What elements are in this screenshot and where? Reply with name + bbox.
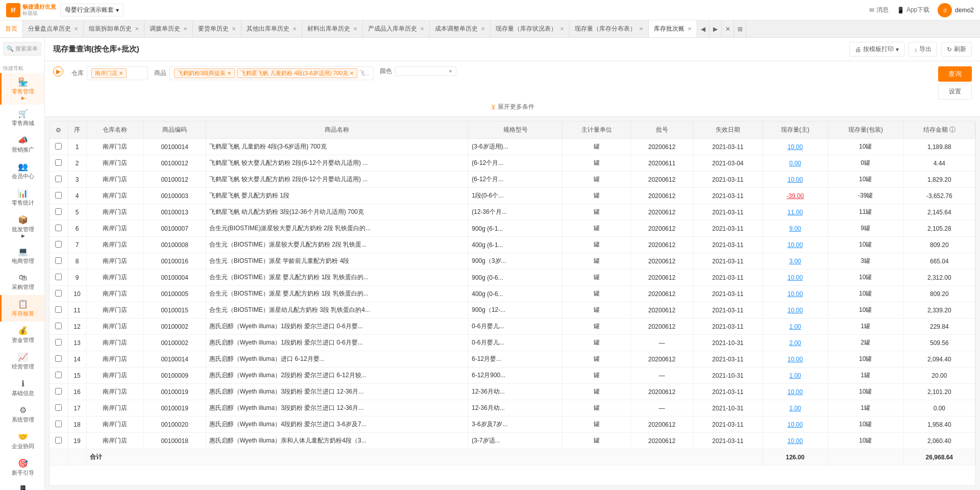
row-checkbox-17[interactable] (50, 416, 68, 433)
tab-cheng-ben-close-icon[interactable]: ✕ (481, 26, 485, 32)
row-checkbox-5[interactable] (50, 220, 68, 237)
refresh-button[interactable]: ↻ 刷新 (941, 42, 972, 57)
tab-yao-huo[interactable]: 要货单历史 ✕ (193, 20, 241, 38)
filter-expand-toggle[interactable]: ▶ (53, 66, 63, 77)
export-button[interactable]: ↓ 导出 (909, 42, 937, 57)
sidebar-item-member[interactable]: 👥 会员中心 (0, 158, 44, 184)
sidebar-item-operation[interactable]: 📈 经营管理 (0, 348, 44, 375)
row-stock-main-6[interactable]: 10.00 (763, 237, 827, 253)
row-stock-main-7[interactable]: 3.00 (763, 253, 827, 270)
warehouse-tag-container[interactable]: 南岸门店 ✕ (87, 66, 148, 80)
row-stock-main-11[interactable]: 1.00 (763, 318, 827, 335)
filter-expand-more[interactable]: ⊻ 展开更多条件 (53, 103, 972, 111)
row-stock-main-1[interactable]: 0.00 (763, 155, 827, 172)
row-stock-main-15[interactable]: 10.00 (763, 384, 827, 400)
org-selector[interactable]: 母婴行业演示账套 ▾ (60, 4, 124, 16)
tab-xian-cun-zhuang-close-icon[interactable]: ✕ (560, 26, 564, 32)
row-checkbox-16[interactable] (50, 400, 68, 416)
settings-icon[interactable]: ⚙ (56, 127, 61, 134)
tab-chan-pin-ru-close-icon[interactable]: ✕ (420, 26, 424, 32)
row-stock-main-5[interactable]: 9.00 (763, 220, 827, 237)
tab-xian-cun-zhuang[interactable]: 现存量（库存状况表） ✕ (491, 20, 570, 38)
sidebar-item-finance[interactable]: 💰 资金管理 (0, 322, 44, 348)
sidebar-item-marketing[interactable]: 📣 营销推广 (0, 131, 44, 158)
row-stock-main-17[interactable]: 10.00 (763, 416, 827, 433)
row-checkbox-8[interactable] (50, 270, 68, 286)
tab-fen-pan-close-icon[interactable]: ✕ (74, 26, 78, 32)
template-print-button[interactable]: 🖨 按模板打印 ▾ (849, 42, 904, 57)
sidebar-item-retail-mgmt[interactable]: 🏪 零售管理 ▶ (0, 73, 44, 105)
row-checkbox-14[interactable] (50, 368, 68, 384)
search-menu-button[interactable]: 🔍 搜索菜单 (3, 42, 41, 56)
product-tag-0-close-icon[interactable]: ✕ (227, 70, 231, 76)
row-checkbox-9[interactable] (50, 286, 68, 302)
sidebar-item-inventory[interactable]: 📋 库存核算 (0, 295, 44, 322)
row-checkbox-1[interactable] (50, 155, 68, 172)
row-checkbox-10[interactable] (50, 302, 68, 318)
row-stock-main-12[interactable]: 2.00 (763, 335, 827, 351)
tab-nav-next[interactable]: ▶ (709, 20, 722, 38)
tab-qi-ta-chu[interactable]: 其他出库单历史 ✕ (241, 20, 302, 38)
sidebar-item-ecommerce[interactable]: 💻 电商管理 (0, 242, 44, 269)
tab-diao-bo[interactable]: 调拨单历史 ✕ (144, 20, 193, 38)
sidebar-item-basic[interactable]: ℹ 基础信息 (0, 375, 44, 401)
row-checkbox-7[interactable] (50, 253, 68, 270)
sidebar-item-retail-store[interactable]: 🛒 零售商城 (0, 105, 44, 131)
tab-chan-pin-ru[interactable]: 产成品入库单历史 ✕ (363, 20, 430, 38)
message-button[interactable]: ✉ 消息 (869, 6, 889, 14)
row-stock-main-9[interactable]: 10.00 (763, 286, 827, 302)
row-checkbox-18[interactable] (50, 433, 68, 449)
tab-fen-pan[interactable]: 分量盘点单历史 ✕ (23, 20, 84, 38)
row-stock-main-13[interactable]: 10.00 (763, 351, 827, 368)
row-checkbox-11[interactable] (50, 318, 68, 335)
tab-xian-cun-fen-close-icon[interactable]: ✕ (639, 26, 643, 32)
row-checkbox-6[interactable] (50, 237, 68, 253)
tab-diao-bo-close-icon[interactable]: ✕ (183, 26, 187, 32)
row-stock-main-0[interactable]: 10.00 (763, 139, 827, 155)
warehouse-tag-0-close-icon[interactable]: ✕ (119, 70, 123, 76)
row-checkbox-12[interactable] (50, 335, 68, 351)
row-stock-main-18[interactable]: 10.00 (763, 433, 827, 449)
row-checkbox-15[interactable] (50, 384, 68, 400)
row-stock-main-4[interactable]: 11.00 (763, 204, 827, 220)
sidebar-item-wholesale[interactable]: 📦 批发管理 ▶ (0, 211, 44, 242)
sidebar-item-purchase[interactable]: 🛍 采购管理 (0, 269, 44, 295)
row-checkbox-3[interactable] (50, 188, 68, 204)
row-checkbox-2[interactable] (50, 172, 68, 188)
tab-zu-chai[interactable]: 组装拆卸单历史 ✕ (84, 20, 144, 38)
user-area[interactable]: d demo2 (938, 3, 974, 17)
sidebar-item-app-center[interactable]: 📱 应用中心 (0, 481, 44, 490)
sidebar-item-guide[interactable]: 🎯 新手引导 (0, 454, 44, 481)
tab-pi-ci-close-icon[interactable]: ✕ (688, 26, 692, 32)
product-tag-container[interactable]: 飞鹤奶粉3段两提装 ✕ 飞鹤星飞帆 儿童奶粉 4段(3-6岁适用) 700克 ✕… (169, 66, 374, 80)
tab-xian-cun-fen[interactable]: 现存量（库存分布表） ✕ (570, 20, 649, 38)
row-stock-main-14[interactable]: 1.00 (763, 368, 827, 384)
tab-yao-huo-close-icon[interactable]: ✕ (232, 26, 236, 32)
search-button[interactable]: 查询 (938, 66, 972, 82)
color-select[interactable]: ▾ (395, 66, 456, 76)
row-stock-main-16[interactable]: 1.00 (763, 400, 827, 416)
row-checkbox-0[interactable] (50, 139, 68, 155)
tab-pi-ci[interactable]: 库存批次账 ✕ (649, 20, 697, 38)
setting-button[interactable]: 设置 (938, 84, 972, 100)
row-stock-main-8[interactable]: 10.00 (763, 270, 827, 286)
product-tag-1-close-icon[interactable]: ✕ (350, 70, 354, 76)
sidebar-item-system[interactable]: ⚙ 系统管理 (0, 401, 44, 428)
row-stock-main-2[interactable]: 10.00 (763, 172, 827, 188)
tab-nav-menu[interactable]: ⊞ (734, 20, 746, 38)
sidebar-item-enterprise[interactable]: 🤝 企业协同 (0, 428, 44, 454)
tab-cai-liao-chu-close-icon[interactable]: ✕ (353, 26, 357, 32)
tab-cheng-ben[interactable]: 成本调整单历史 ✕ (430, 20, 491, 38)
tab-nav-close[interactable]: ✕ (722, 20, 734, 38)
tab-zu-chai-close-icon[interactable]: ✕ (135, 26, 139, 32)
col-settings[interactable]: ⚙ (50, 121, 68, 139)
row-stock-main-3[interactable]: -39.00 (763, 188, 827, 204)
sidebar-item-retail-stats[interactable]: 📊 零售统计 (0, 184, 44, 211)
row-checkbox-13[interactable] (50, 351, 68, 368)
app-download-button[interactable]: 📱 App下载 (897, 6, 929, 14)
row-stock-main-10[interactable]: 10.00 (763, 302, 827, 318)
tab-home[interactable]: 首页 (0, 20, 23, 38)
row-checkbox-4[interactable] (50, 204, 68, 220)
tab-cai-liao-chu[interactable]: 材料出库单历史 ✕ (302, 20, 363, 38)
tab-qi-ta-chu-close-icon[interactable]: ✕ (292, 26, 297, 32)
